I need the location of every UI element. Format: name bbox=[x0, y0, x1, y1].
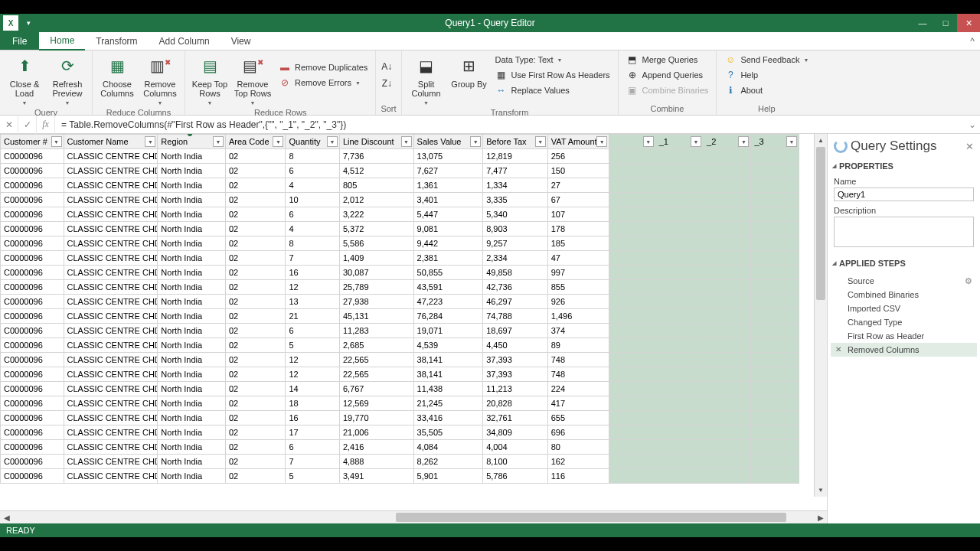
filter-icon[interactable]: ▼ bbox=[327, 136, 338, 147]
table-cell[interactable]: North India bbox=[158, 207, 226, 222]
table-cell[interactable]: 02 bbox=[225, 440, 286, 455]
table-cell[interactable] bbox=[655, 324, 703, 338]
table-cell[interactable]: 2,012 bbox=[339, 193, 413, 207]
table-cell[interactable]: CLASSIC CENTRE CHD bbox=[64, 207, 158, 222]
table-cell[interactable] bbox=[704, 338, 751, 353]
table-cell[interactable]: 1,361 bbox=[413, 178, 483, 193]
table-cell[interactable]: 13,075 bbox=[413, 149, 483, 164]
table-cell[interactable]: 9,442 bbox=[413, 236, 483, 251]
table-cell[interactable]: 7,736 bbox=[339, 149, 413, 164]
table-cell[interactable] bbox=[751, 469, 799, 484]
table-cell[interactable] bbox=[751, 353, 799, 367]
table-cell[interactable]: C0000096 bbox=[1, 425, 64, 440]
table-cell[interactable]: 150 bbox=[547, 164, 609, 178]
table-cell[interactable]: 30,087 bbox=[339, 266, 413, 280]
table-cell[interactable]: 926 bbox=[547, 295, 609, 309]
table-cell[interactable]: CLASSIC CENTRE CHD bbox=[64, 266, 158, 280]
table-cell[interactable]: 19,770 bbox=[339, 411, 413, 425]
maximize-button[interactable]: □ bbox=[934, 14, 957, 32]
table-cell[interactable] bbox=[751, 251, 799, 266]
table-cell[interactable] bbox=[704, 309, 751, 324]
applied-step[interactable]: Imported CSV bbox=[831, 302, 977, 315]
table-cell[interactable]: C0000096 bbox=[1, 251, 64, 266]
table-cell[interactable]: North India bbox=[158, 266, 226, 280]
table-cell[interactable]: 224 bbox=[547, 382, 609, 396]
table-cell[interactable]: 47,223 bbox=[413, 295, 483, 309]
table-row[interactable]: C0000096CLASSIC CENTRE CHDNorth India026… bbox=[1, 440, 799, 455]
table-cell[interactable] bbox=[751, 236, 799, 251]
table-cell[interactable] bbox=[704, 440, 751, 455]
table-row[interactable]: C0000096CLASSIC CENTRE CHDNorth India022… bbox=[1, 309, 799, 324]
table-cell[interactable]: CLASSIC CENTRE CHD bbox=[64, 236, 158, 251]
filter-icon[interactable]: ▼ bbox=[691, 136, 701, 147]
table-cell[interactable]: C0000096 bbox=[1, 353, 64, 367]
filter-icon[interactable]: ▼ bbox=[51, 136, 62, 147]
table-cell[interactable]: CLASSIC CENTRE CHD bbox=[64, 440, 158, 455]
table-cell[interactable] bbox=[655, 411, 703, 425]
table-cell[interactable] bbox=[704, 280, 751, 295]
table-cell[interactable]: 9,257 bbox=[483, 236, 548, 251]
table-cell[interactable] bbox=[751, 149, 799, 164]
table-cell[interactable]: North India bbox=[158, 469, 226, 484]
column-header[interactable]: Customer Name▼ bbox=[64, 135, 158, 149]
table-cell[interactable] bbox=[655, 149, 703, 164]
table-cell[interactable]: North India bbox=[158, 193, 226, 207]
table-cell[interactable]: CLASSIC CENTRE CHD bbox=[64, 222, 158, 236]
table-cell[interactable]: 89 bbox=[547, 338, 609, 353]
table-cell[interactable]: 107 bbox=[547, 207, 609, 222]
table-cell[interactable]: North India bbox=[158, 236, 226, 251]
table-cell[interactable]: 12,569 bbox=[339, 396, 413, 411]
table-cell[interactable]: 116 bbox=[547, 469, 609, 484]
table-cell[interactable] bbox=[609, 382, 655, 396]
table-cell[interactable]: 805 bbox=[339, 178, 413, 193]
table-row[interactable]: C0000096CLASSIC CENTRE CHDNorth India026… bbox=[1, 324, 799, 338]
table-cell[interactable]: C0000096 bbox=[1, 440, 64, 455]
table-cell[interactable]: C0000096 bbox=[1, 280, 64, 295]
table-cell[interactable] bbox=[704, 295, 751, 309]
remove-errors-button[interactable]: ⊘Remove Errors ▼ bbox=[276, 75, 371, 90]
table-cell[interactable] bbox=[655, 251, 703, 266]
table-cell[interactable]: 12,819 bbox=[483, 149, 548, 164]
vscroll-thumb[interactable] bbox=[816, 147, 825, 300]
filter-icon[interactable]: ▼ bbox=[145, 136, 155, 147]
send-feedback-button[interactable]: ☺Send Feedback ▼ bbox=[721, 52, 812, 67]
table-cell[interactable]: 02 bbox=[225, 324, 286, 338]
keep-top-rows-button[interactable]: ▤ Keep Top Rows▼ bbox=[190, 52, 230, 108]
table-cell[interactable]: 5,786 bbox=[483, 469, 548, 484]
table-row[interactable]: C0000096CLASSIC CENTRE CHDNorth India021… bbox=[1, 193, 799, 207]
table-cell[interactable]: 7,627 bbox=[413, 164, 483, 178]
table-cell[interactable]: North India bbox=[158, 280, 226, 295]
table-cell[interactable]: 16 bbox=[286, 266, 339, 280]
table-cell[interactable] bbox=[609, 396, 655, 411]
table-cell[interactable]: C0000096 bbox=[1, 149, 64, 164]
table-cell[interactable]: North India bbox=[158, 411, 226, 425]
table-cell[interactable] bbox=[751, 280, 799, 295]
column-header[interactable]: _2▼ bbox=[704, 135, 751, 149]
table-cell[interactable]: C0000096 bbox=[1, 382, 64, 396]
table-cell[interactable]: 11,438 bbox=[413, 382, 483, 396]
table-cell[interactable]: 185 bbox=[547, 236, 609, 251]
table-cell[interactable]: 02 bbox=[225, 411, 286, 425]
minimize-button[interactable]: — bbox=[911, 14, 934, 32]
table-cell[interactable]: 4 bbox=[286, 178, 339, 193]
column-header[interactable]: _3▼ bbox=[751, 135, 799, 149]
table-row[interactable]: C0000096CLASSIC CENTRE CHDNorth India021… bbox=[1, 280, 799, 295]
table-cell[interactable] bbox=[655, 440, 703, 455]
table-cell[interactable]: 6 bbox=[286, 440, 339, 455]
table-cell[interactable]: North India bbox=[158, 251, 226, 266]
table-cell[interactable] bbox=[609, 295, 655, 309]
column-header[interactable]: _1▼ bbox=[655, 135, 703, 149]
table-cell[interactable]: 17 bbox=[286, 425, 339, 440]
table-row[interactable]: C0000096CLASSIC CENTRE CHDNorth India024… bbox=[1, 178, 799, 193]
table-cell[interactable]: 19,071 bbox=[413, 324, 483, 338]
query-name-input[interactable] bbox=[834, 187, 974, 201]
table-cell[interactable]: C0000096 bbox=[1, 411, 64, 425]
table-cell[interactable]: 47 bbox=[547, 251, 609, 266]
table-cell[interactable] bbox=[655, 455, 703, 469]
table-cell[interactable]: 21,006 bbox=[339, 425, 413, 440]
table-cell[interactable]: 12 bbox=[286, 353, 339, 367]
table-cell[interactable]: 42,736 bbox=[483, 280, 548, 295]
table-cell[interactable]: North India bbox=[158, 222, 226, 236]
table-cell[interactable] bbox=[655, 193, 703, 207]
table-cell[interactable]: 4,084 bbox=[413, 440, 483, 455]
